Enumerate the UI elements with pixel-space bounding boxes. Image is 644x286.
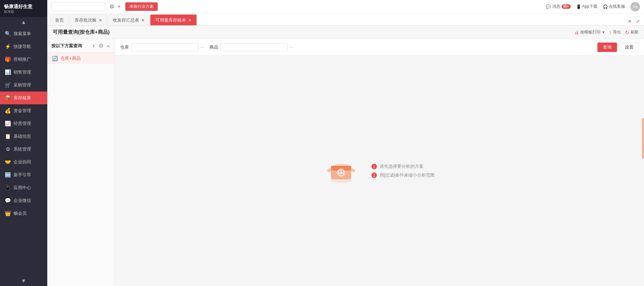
- search-input[interactable]: [54, 4, 102, 9]
- marketing-icon: 🎁: [5, 56, 11, 62]
- close-tab-button[interactable]: ✕: [626, 18, 633, 25]
- sidebar-item-shortcut[interactable]: ⚡ 快捷导航: [0, 40, 47, 53]
- sidebar-item-vip[interactable]: 👑 畅会员: [0, 207, 47, 220]
- empty-step-2: 2 用[过滤]条件来缩小分析范围: [371, 172, 435, 178]
- app-download[interactable]: 📱 App下载: [576, 4, 597, 9]
- filter-row: 仓库 ··· 商品 ··· 查询 设置: [115, 39, 644, 56]
- resize-tab-button[interactable]: ⤢: [635, 18, 641, 25]
- sidebar-scroll-up[interactable]: ▲: [0, 17, 47, 27]
- tab-available-ledger[interactable]: 可用量库存账本 ✕: [150, 15, 197, 25]
- bell-icon: 💬: [546, 4, 551, 9]
- sidebar-item-wechat[interactable]: 💬 企业微信: [0, 194, 47, 207]
- sidebar-item-inventory[interactable]: 📦 库存核算: [0, 92, 47, 104]
- guide-icon: 🆕: [5, 172, 11, 178]
- sidebar-label-basics: 基础信息: [14, 133, 31, 139]
- export-action[interactable]: ↑ 导出: [609, 29, 621, 35]
- topbar-right: 💬 消息 99+ 📱 App下载 🎧 在线客服 Rit: [546, 2, 640, 11]
- sidebar-scroll-down[interactable]: ▼: [0, 276, 47, 286]
- sidebar-item-basics[interactable]: 📋 基础信息: [0, 130, 47, 143]
- gear-icon[interactable]: ⚙: [109, 3, 114, 10]
- tab-deposit-summary-label: 收发存汇总表: [113, 17, 139, 23]
- right-panel: 仓库 ··· 商品 ··· 查询 设置: [115, 39, 644, 286]
- svg-point-3: [337, 168, 345, 177]
- sidebar-item-purchase[interactable]: 🛒 采购管理: [0, 79, 47, 92]
- scheme-label: 仓库+商品: [60, 55, 81, 61]
- notif-label: 消息: [552, 4, 560, 9]
- tabbar-actions: ✕ ⤢: [626, 18, 641, 25]
- print-dropdown-icon[interactable]: ▼: [602, 30, 605, 34]
- product-input[interactable]: [220, 43, 288, 51]
- warehouse-input[interactable]: [131, 43, 199, 51]
- refresh-icon: ↻: [625, 30, 629, 35]
- right-scrollbar-indicator[interactable]: [642, 118, 644, 159]
- sidebar-item-operations[interactable]: 📈 经营管理: [0, 117, 47, 130]
- tab-batch-ledger-close[interactable]: ✕: [99, 18, 102, 23]
- basics-icon: 📋: [5, 133, 11, 139]
- empty-step-1-text: 请先选择要分析的方案: [380, 163, 423, 170]
- sidebar-label-finance: 资金管理: [14, 108, 31, 114]
- sidebar-item-finance[interactable]: 💰 资金管理: [0, 104, 47, 117]
- scheme-settings-button[interactable]: ⚙: [98, 43, 104, 49]
- left-panel: 按以下方案查询 + ⚙ « 🔄 仓库+商品: [47, 39, 115, 286]
- sidebar-item-system[interactable]: ⚙ 系统管理: [0, 143, 47, 156]
- refresh-action[interactable]: ↻ 刷新: [625, 29, 639, 35]
- operations-icon: 📈: [5, 121, 11, 127]
- user-avatar[interactable]: Rit: [630, 2, 640, 11]
- empty-state: 1 请先选择要分析的方案 2 用[过滤]条件来缩小分析范围: [115, 56, 644, 286]
- sidebar-item-marketing[interactable]: 🎁 营销推广: [0, 53, 47, 66]
- sidebar: 畅康通好生意 标准版 ▲ 🔍 搜索菜单 ⚡ 快捷导航 🎁 营销推广 📊 销售管理…: [0, 0, 47, 286]
- sales-icon: 📊: [5, 69, 11, 75]
- sidebar-item-collab[interactable]: 🤝 企业协同: [0, 156, 47, 168]
- empty-step-1: 1 请先选择要分析的方案: [371, 163, 435, 170]
- export-icon: ↑: [609, 30, 612, 35]
- sidebar-item-apps[interactable]: 📱 应用中心: [0, 181, 47, 194]
- headset-icon: 🎧: [603, 4, 608, 9]
- trial-button[interactable]: 体验行业方案: [125, 2, 158, 11]
- search-box[interactable]: [51, 2, 105, 11]
- empty-illustration: [324, 154, 358, 188]
- tab-batch-ledger[interactable]: 库存批次账 ✕: [70, 15, 107, 25]
- sidebar-nav: 🔍 搜索菜单 ⚡ 快捷导航 🎁 营销推广 📊 销售管理 🛒 采购管理 📦 库存核…: [0, 27, 47, 276]
- scheme-icon: 🔄: [52, 56, 58, 61]
- empty-step-2-text: 用[过滤]条件来缩小分析范围: [380, 172, 435, 178]
- collapse-panel-button[interactable]: «: [106, 43, 110, 49]
- product-more-button[interactable]: ···: [290, 45, 293, 50]
- left-panel-header: 按以下方案查询 + ⚙ «: [47, 39, 114, 53]
- sidebar-item-search[interactable]: 🔍 搜索菜单: [0, 27, 47, 40]
- sidebar-label-wechat: 企业微信: [14, 198, 31, 204]
- sidebar-item-guide[interactable]: 🆕 新手引导: [0, 168, 47, 181]
- sidebar-header: 畅康通好生意 标准版: [0, 0, 47, 17]
- content-area: 按以下方案查询 + ⚙ « 🔄 仓库+商品 仓库 ···: [47, 39, 644, 286]
- left-panel-title: 按以下方案查询: [51, 43, 82, 49]
- tab-deposit-summary-close[interactable]: ✕: [141, 18, 145, 23]
- topbar-divider: ▼: [117, 4, 121, 9]
- empty-content: 1 请先选择要分析的方案 2 用[过滤]条件来缩小分析范围: [324, 154, 435, 188]
- warehouse-filter-label: 仓库: [120, 44, 129, 50]
- topbar: ⚙ ▼ 体验行业方案 💬 消息 99+ 📱 App下载 🎧 在线客服 Rit: [47, 0, 644, 14]
- tab-available-ledger-close[interactable]: ✕: [188, 18, 191, 23]
- sidebar-label-guide: 新手引导: [14, 172, 31, 178]
- tab-home[interactable]: 首页: [50, 15, 69, 25]
- column-settings-button[interactable]: 设置: [620, 43, 639, 52]
- main-area: ⚙ ▼ 体验行业方案 💬 消息 99+ 📱 App下载 🎧 在线客服 Rit: [47, 0, 644, 286]
- sidebar-item-sales[interactable]: 📊 销售管理: [0, 66, 47, 79]
- finance-icon: 💰: [5, 108, 11, 114]
- notifications[interactable]: 💬 消息 99+: [546, 4, 571, 9]
- query-button[interactable]: 查询: [597, 43, 617, 52]
- phone-icon: 📱: [576, 4, 581, 9]
- vip-icon: 👑: [5, 210, 11, 216]
- product-filter-label: 商品: [209, 44, 218, 50]
- warehouse-more-button[interactable]: ···: [201, 45, 204, 50]
- step-num-2: 2: [371, 173, 377, 178]
- tab-deposit-summary[interactable]: 收发存汇总表 ✕: [108, 15, 150, 25]
- left-panel-actions: + ⚙ «: [92, 43, 110, 49]
- tabbar: 首页 库存批次账 ✕ 收发存汇总表 ✕ 可用量库存账本 ✕ ✕ ⤢: [47, 14, 644, 26]
- brand-version: 标准版: [4, 9, 43, 14]
- add-scheme-button[interactable]: +: [92, 43, 96, 49]
- print-action[interactable]: 🖨 按模板打印 ▼: [574, 29, 605, 35]
- customer-service-label: 在线客服: [609, 4, 625, 9]
- apps-icon: 📱: [5, 185, 11, 191]
- sidebar-label-system: 系统管理: [14, 146, 31, 152]
- scheme-item-warehouse-product[interactable]: 🔄 仓库+商品: [47, 53, 114, 64]
- customer-service[interactable]: 🎧 在线客服: [603, 4, 625, 9]
